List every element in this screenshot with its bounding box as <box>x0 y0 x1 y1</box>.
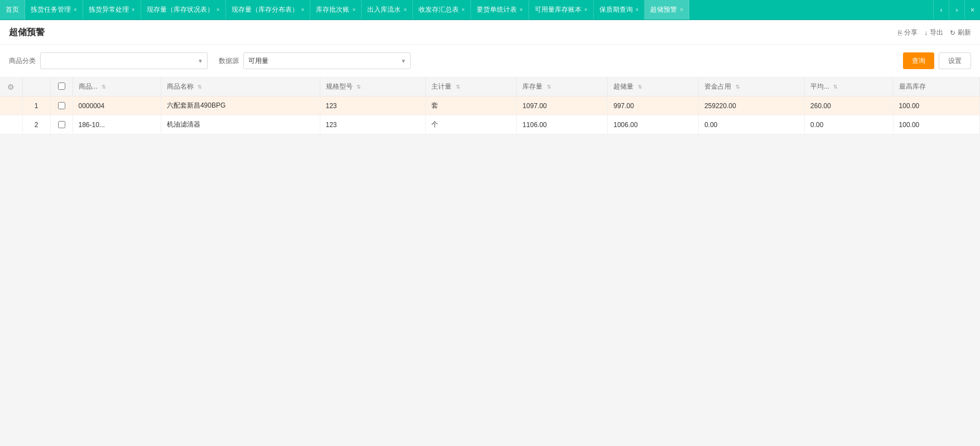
col-header-stock[interactable]: 库存量 ⇅ <box>517 77 608 96</box>
data-source-select[interactable]: 可用量 库存量 <box>243 52 411 69</box>
product-category-label: 商品分类 <box>9 56 36 66</box>
nav-next-arrow[interactable]: › <box>949 0 964 20</box>
row-spec: 123 <box>320 96 426 115</box>
row-checkbox-cell <box>50 96 73 115</box>
share-label: 分享 <box>904 28 917 37</box>
row-product-name: 六配套新昌490BPG <box>161 96 320 115</box>
row-checkbox[interactable] <box>58 102 65 109</box>
close-task-mgmt-icon[interactable]: × <box>74 7 77 13</box>
nav-item-abnormal[interactable]: 拣货异常处理 × <box>83 0 141 20</box>
nav-item-inventory-dist[interactable]: 现存量（库存分布表） × <box>226 0 311 20</box>
data-source-select-wrap: 可用量 库存量 ▼ <box>243 52 411 69</box>
nav-label-in-out-flow: 出入库流水 <box>367 5 401 14</box>
col-header-unit[interactable]: 主计量 ⇅ <box>426 77 517 96</box>
row-capital-occupied: 0.00 <box>699 115 805 134</box>
nav-prev-arrow[interactable]: ‹ <box>933 0 949 20</box>
row-overstock: 997.00 <box>608 96 699 115</box>
share-icon: ⎘ <box>898 29 902 37</box>
row-index: 2 <box>22 115 50 134</box>
product-category-filter: 商品分类 ▼ <box>9 52 208 69</box>
product-category-select[interactable] <box>40 52 208 69</box>
nav-label-order-stats: 要货单统计表 <box>477 5 517 14</box>
row-settings-cell <box>0 96 22 115</box>
row-spec: 123 <box>320 115 426 134</box>
nav-item-overstock-warning[interactable]: 超储预警 × <box>645 0 689 20</box>
sort-overstock-icon: ⇅ <box>638 84 642 90</box>
close-overstock-warning-icon[interactable]: × <box>680 7 683 13</box>
row-max-stock: 100.00 <box>893 115 979 134</box>
col-header-spec[interactable]: 规格型号 ⇅ <box>320 77 426 96</box>
share-button[interactable]: ⎘ 分享 <box>898 28 917 37</box>
row-max-stock: 100.00 <box>893 96 979 115</box>
row-avg: 0.00 <box>805 115 893 134</box>
page-actions: ⎘ 分享 ↓ 导出 ↻ 刷新 <box>898 28 971 37</box>
gear-icon[interactable]: ⚙ <box>7 83 15 91</box>
export-button[interactable]: ↓ 导出 <box>924 28 943 37</box>
row-product-name: 机油滤清器 <box>161 115 320 134</box>
table-header-row: ⚙ 商品... ⇅ 商品名称 ⇅ 规格型号 <box>0 77 980 96</box>
refresh-icon: ↻ <box>950 29 955 37</box>
nav-item-available-account[interactable]: 可用量库存账本 × <box>529 0 594 20</box>
col-header-max-stock[interactable]: 最高库存 <box>893 77 979 96</box>
nav-label-task-mgmt: 拣货任务管理 <box>31 5 71 14</box>
nav-label-inventory-dist: 现存量（库存分布表） <box>232 5 299 14</box>
close-order-stats-icon[interactable]: × <box>520 7 523 13</box>
col-header-product-code[interactable]: 商品... ⇅ <box>73 77 161 96</box>
row-checkbox[interactable] <box>58 121 65 128</box>
select-all-checkbox[interactable] <box>58 83 65 90</box>
row-stock: 1106.00 <box>517 115 608 134</box>
col-header-avg[interactable]: 平均... ⇅ <box>805 77 893 96</box>
settings-button[interactable]: 设置 <box>939 52 971 69</box>
main-content: 超储预警 ⎘ 分享 ↓ 导出 ↻ 刷新 商品分类 ▼ <box>0 20 980 134</box>
row-overstock: 1006.00 <box>608 115 699 134</box>
nav-item-collect-send[interactable]: 收发存汇总表 × <box>413 0 471 20</box>
nav-item-quality-check[interactable]: 保质期查询 × <box>594 0 645 20</box>
row-index: 1 <box>22 96 50 115</box>
nav-item-inventory-status[interactable]: 现存量（库存状况表） × <box>141 0 226 20</box>
sort-unit-icon: ⇅ <box>456 84 460 90</box>
row-avg: 260.00 <box>805 96 893 115</box>
nav-item-home[interactable]: 首页 <box>0 0 25 20</box>
nav-label-home: 首页 <box>6 5 19 14</box>
data-table: ⚙ 商品... ⇅ 商品名称 ⇅ 规格型号 <box>0 77 980 134</box>
query-button[interactable]: 查询 <box>903 52 934 69</box>
table-body: 1 0000004 六配套新昌490BPG 123 套 1097.00 997.… <box>0 96 980 134</box>
sort-avg-icon: ⇅ <box>833 84 838 90</box>
col-header-capital-occupied[interactable]: 资金占用 ⇅ <box>699 77 805 96</box>
row-unit: 套 <box>426 96 517 115</box>
nav-close-all[interactable]: × <box>964 0 980 20</box>
close-in-out-flow-icon[interactable]: × <box>403 7 407 13</box>
data-source-label: 数据源 <box>219 56 239 66</box>
filter-area: 商品分类 ▼ 数据源 可用量 库存量 ▼ 查询 设置 <box>0 45 980 77</box>
refresh-label: 刷新 <box>958 28 971 37</box>
col-header-product-name[interactable]: 商品名称 ⇅ <box>161 77 320 96</box>
nav-item-task-mgmt[interactable]: 拣货任务管理 × <box>25 0 83 20</box>
nav-label-available-account: 可用量库存账本 <box>535 5 582 14</box>
filter-actions: 查询 设置 <box>903 52 971 69</box>
data-table-wrap: ⚙ 商品... ⇅ 商品名称 ⇅ 规格型号 <box>0 77 980 134</box>
data-source-filter: 数据源 可用量 库存量 ▼ <box>219 52 411 69</box>
nav-label-batch-account: 库存批次账 <box>316 5 349 14</box>
refresh-button[interactable]: ↻ 刷新 <box>950 28 971 37</box>
nav-item-order-stats[interactable]: 要货单统计表 × <box>471 0 529 20</box>
close-abnormal-icon[interactable]: × <box>132 7 135 13</box>
col-header-checkbox <box>50 77 73 96</box>
close-inventory-status-icon[interactable]: × <box>217 7 220 13</box>
row-capital-occupied: 259220.00 <box>699 96 805 115</box>
close-batch-account-icon[interactable]: × <box>352 7 356 13</box>
nav-item-in-out-flow[interactable]: 出入库流水 × <box>362 0 413 20</box>
close-quality-check-icon[interactable]: × <box>636 7 639 13</box>
col-header-index <box>22 77 50 96</box>
close-available-account-icon[interactable]: × <box>584 7 588 13</box>
page-title: 超储预警 <box>9 27 45 38</box>
col-header-overstock[interactable]: 超储量 ⇅ <box>608 77 699 96</box>
close-inventory-dist-icon[interactable]: × <box>301 7 305 13</box>
table-row: 2 186-10... 机油滤清器 123 个 1106.00 1006.00 … <box>0 115 980 134</box>
export-icon: ↓ <box>924 29 928 37</box>
nav-label-overstock-warning: 超储预警 <box>650 5 677 14</box>
row-product-code: 0000004 <box>73 96 161 115</box>
nav-item-batch-account[interactable]: 库存批次账 × <box>310 0 362 20</box>
nav-label-inventory-status: 现存量（库存状况表） <box>147 5 214 14</box>
close-collect-send-icon[interactable]: × <box>462 7 465 13</box>
sort-product-name-icon: ⇅ <box>198 84 202 90</box>
